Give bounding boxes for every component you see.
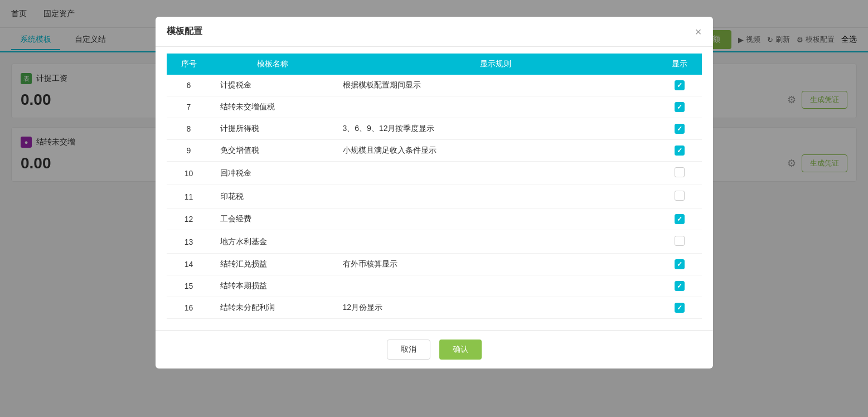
table-row: 7结转未交增值税: [167, 96, 702, 118]
cell-no: 6: [167, 75, 211, 96]
table-row: 11印花税: [167, 185, 702, 208]
cell-display: [657, 208, 702, 230]
modal-footer: 取消 确认: [156, 330, 713, 368]
col-rule: 显示规则: [334, 54, 657, 75]
table-row: 16结转未分配利润12月份显示: [167, 297, 702, 319]
display-checkbox[interactable]: [675, 303, 685, 313]
config-table: 序号 模板名称 显示规则 显示 6计提税金根据模板配置期间显示7结转未交增值税8…: [167, 54, 702, 319]
table-row: 9免交增值税小规模且满足收入条件显示: [167, 140, 702, 162]
modal-body: 序号 模板名称 显示规则 显示 6计提税金根据模板配置期间显示7结转未交增值税8…: [156, 47, 713, 330]
modal-close-button[interactable]: ×: [695, 26, 702, 37]
display-checkbox[interactable]: [675, 80, 685, 90]
cell-no: 14: [167, 254, 211, 275]
cell-no: 15: [167, 275, 211, 297]
cell-rule: 有外币核算显示: [334, 254, 657, 275]
cell-display: [657, 140, 702, 162]
table-row: 13地方水利基金: [167, 230, 702, 254]
table-row: 6计提税金根据模板配置期间显示: [167, 75, 702, 96]
cell-no: 13: [167, 230, 211, 254]
cell-name: 结转汇兑损益: [211, 254, 334, 275]
display-checkbox[interactable]: [675, 259, 685, 269]
display-checkbox[interactable]: [675, 191, 685, 201]
modal-title: 模板配置: [167, 26, 202, 37]
cell-no: 9: [167, 140, 211, 162]
cell-rule: 小规模且满足收入条件显示: [334, 140, 657, 162]
cell-name: 计提所得税: [211, 118, 334, 140]
cell-no: 11: [167, 185, 211, 208]
display-checkbox[interactable]: [675, 146, 685, 156]
display-checkbox[interactable]: [675, 102, 685, 112]
cell-rule: [334, 230, 657, 254]
cell-rule: [334, 275, 657, 297]
cell-no: 10: [167, 162, 211, 185]
col-no: 序号: [167, 54, 211, 75]
cell-name: 计提税金: [211, 75, 334, 96]
cell-display: [657, 96, 702, 118]
cell-rule: [334, 162, 657, 185]
modal-template-config: 模板配置 × 序号 模板名称 显示规则 显示 6计提税金根据模板配置期间显示7结…: [156, 17, 713, 368]
cell-display: [657, 162, 702, 185]
table-row: 8计提所得税3、6、9、12月按季度显示: [167, 118, 702, 140]
cell-display: [657, 275, 702, 297]
modal-header: 模板配置 ×: [156, 17, 713, 47]
display-checkbox[interactable]: [675, 281, 685, 291]
cell-display: [657, 297, 702, 319]
cell-rule: 12月份显示: [334, 297, 657, 319]
cell-name: 结转本期损益: [211, 275, 334, 297]
cell-rule: 3、6、9、12月按季度显示: [334, 118, 657, 140]
confirm-button[interactable]: 确认: [439, 340, 482, 360]
display-checkbox[interactable]: [675, 167, 685, 177]
display-checkbox[interactable]: [675, 124, 685, 134]
cell-name: 免交增值税: [211, 140, 334, 162]
cell-name: 结转未交增值税: [211, 96, 334, 118]
cell-no: 7: [167, 96, 211, 118]
table-row: 14结转汇兑损益有外币核算显示: [167, 254, 702, 275]
table-row: 15结转本期损益: [167, 275, 702, 297]
col-name: 模板名称: [211, 54, 334, 75]
table-row: 12工会经费: [167, 208, 702, 230]
cell-no: 12: [167, 208, 211, 230]
cell-display: [657, 230, 702, 254]
cell-name: 印花税: [211, 185, 334, 208]
cell-rule: 根据模板配置期间显示: [334, 75, 657, 96]
display-checkbox[interactable]: [675, 214, 685, 224]
cell-display: [657, 75, 702, 96]
cell-rule: [334, 185, 657, 208]
table-row: 10回冲税金: [167, 162, 702, 185]
cell-display: [657, 254, 702, 275]
cell-rule: [334, 208, 657, 230]
cell-display: [657, 118, 702, 140]
cell-rule: [334, 96, 657, 118]
cell-no: 8: [167, 118, 211, 140]
cell-name: 回冲税金: [211, 162, 334, 185]
col-display: 显示: [657, 54, 702, 75]
cancel-button[interactable]: 取消: [387, 340, 430, 360]
cell-name: 结转未分配利润: [211, 297, 334, 319]
cell-name: 工会经费: [211, 208, 334, 230]
cell-no: 16: [167, 297, 211, 319]
modal-overlay: 模板配置 × 序号 模板名称 显示规则 显示 6计提税金根据模板配置期间显示7结…: [0, 0, 868, 417]
cell-name: 地方水利基金: [211, 230, 334, 254]
table-header-row: 序号 模板名称 显示规则 显示: [167, 54, 702, 75]
display-checkbox[interactable]: [675, 236, 685, 246]
cell-display: [657, 185, 702, 208]
